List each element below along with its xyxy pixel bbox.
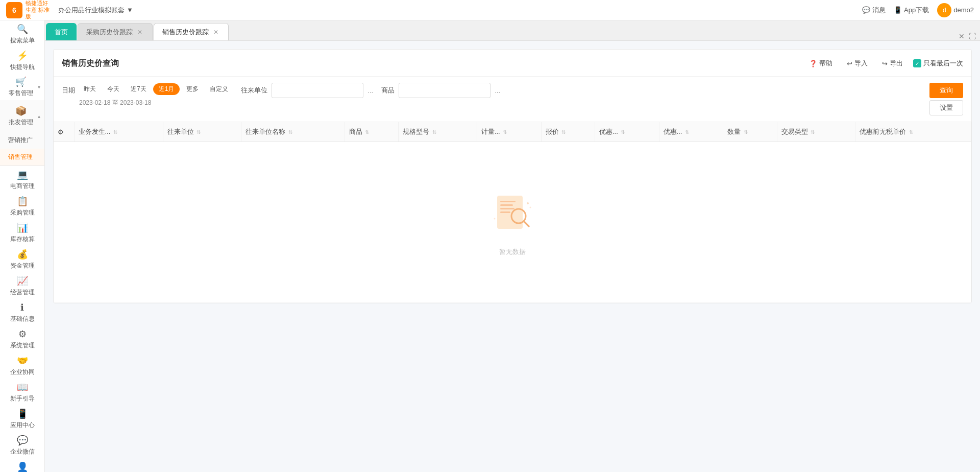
close-all-icon[interactable]: ✕ [959,32,965,40]
header-left: 6 畅捷通好生意 标准版 办公用品行业模拟账套 ▼ [6,0,137,20]
th-settings[interactable]: ⚙ [54,122,74,142]
only-last-checkbox[interactable]: ✓ 只看最后一次 [913,59,963,68]
filter-btn-today[interactable]: 今天 [103,83,124,96]
sidebar-item-finance[interactable]: 💰 资金管理 [0,246,44,272]
sidebar-item-retail[interactable]: 🛒 零售管理 ▾ [0,74,44,100]
counterparty-input[interactable] [272,83,363,98]
help-label: 帮助 [819,59,832,68]
sort-icon-quantity: ⇅ [744,129,748,135]
sidebar-item-purchase[interactable]: 📋 采购管理 [0,193,44,219]
purchase-icon: 📋 [17,196,28,207]
tab-bar: 首页 采购历史价跟踪 ✕ 销售历史价跟踪 ✕ ✕ ⛶ [45,20,980,41]
sidebar-item-label: 零售管理 [9,89,33,98]
counterparty-filter-group: 往来单位 ... [241,83,373,98]
svg-rect-2 [500,204,513,206]
sidebar-item-basic-info[interactable]: ℹ 基础信息 [0,299,44,325]
sidebar-item-enterprise-collab[interactable]: 🤝 企业协同 [0,352,44,379]
sidebar-item-enterprise-wechat[interactable]: 💬 企业微信 [0,432,44,458]
import-button[interactable]: ↩ 导入 [843,57,872,70]
sidebar-item-label: 企业微信 [10,447,35,456]
user-profile[interactable]: d demo2 [937,3,974,17]
th-counterparty[interactable]: 往来单位 ⇅ [163,122,241,142]
purchase-history-tab-close[interactable]: ✕ [136,28,144,36]
sidebar-item-inventory[interactable]: 📊 库存核算 [0,219,44,246]
tab-purchase-history[interactable]: 采购历史价跟踪 ✕ [78,23,153,40]
sidebar-item-new-guide[interactable]: 📖 新手引导 [0,379,44,405]
th-trade-type[interactable]: 交易类型 ⇅ [777,122,855,142]
date-filter-label: 日期 [62,83,75,95]
th-spec[interactable]: 规格型号 ⇅ [399,122,477,142]
message-button[interactable]: 💬 消息 [862,6,886,15]
app-selector-text: 办公用品行业模拟账套 [58,6,125,15]
th-biz-date[interactable]: 业务发生... ⇅ [74,122,163,142]
sort-icon-counterparty-name: ⇅ [288,129,292,135]
page-content: 销售历史价查询 ❓ 帮助 ↩ 导入 ↪ 导出 [45,41,980,472]
page-actions: ❓ 帮助 ↩ 导入 ↪ 导出 ✓ 只看最后一次 [805,57,963,70]
sidebar-item-label: 批发管理 [9,118,33,127]
system-icon: ⚙ [18,328,27,340]
th-discount1[interactable]: 优惠... ⇅ [595,122,659,142]
app-download-icon: 📱 [894,6,902,14]
inventory-icon: 📊 [17,222,28,233]
basic-info-icon: ℹ [20,302,24,313]
th-quote[interactable]: 报价 ⇅ [541,122,595,142]
sales-history-tab-close[interactable]: ✕ [212,28,220,36]
sidebar-item-quick-nav[interactable]: ⚡ 快捷导航 [0,47,44,74]
sidebar-item-label: 搜索菜单 [10,36,35,45]
export-button[interactable]: ↪ 导出 [878,57,907,70]
message-icon: 💬 [862,6,870,14]
sidebar-item-label: 企业协同 [10,368,35,376]
svg-point-7 [527,202,529,204]
retail-arrow-icon: ▾ [38,84,40,90]
maximize-icon[interactable]: ⛶ [969,32,976,40]
sidebar-item-search-menu[interactable]: 🔍 搜索菜单 [0,20,44,47]
svg-rect-3 [500,208,514,209]
sidebar-item-system[interactable]: ⚙ 系统管理 [0,325,44,352]
th-discount2[interactable]: 优惠... ⇅ [659,122,723,142]
empty-state-cell: 暂无数据 [54,142,971,303]
sidebar-sub-sales-mgmt[interactable]: 销售管理 [0,149,44,166]
sidebar-item-operations[interactable]: 📈 经营管理 [0,272,44,299]
th-counterparty-name[interactable]: 往来单位名称 ⇅ [241,122,345,142]
app-selector[interactable]: 办公用品行业模拟账套 ▼ [54,4,137,17]
app-center-icon: 📱 [17,408,28,419]
tab-home[interactable]: 首页 [46,23,77,40]
filter-btn-more[interactable]: 更多 [182,83,203,96]
sort-icon-discount2: ⇅ [685,129,689,135]
query-button[interactable]: 查询 [929,83,963,98]
filter-btn-yesterday[interactable]: 昨天 [79,83,101,96]
sidebar-item-app-center[interactable]: 📱 应用中心 [0,405,44,432]
goods-input[interactable] [399,83,491,98]
wholesale-arrow-icon: ▴ [38,113,40,119]
th-unit[interactable]: 计量... ⇅ [477,122,541,142]
tab-sales-history[interactable]: 销售历史价跟踪 ✕ [154,23,229,40]
sidebar-item-label: 基础信息 [10,315,35,323]
filter-btn-custom[interactable]: 自定义 [205,83,233,96]
sidebar-item-wholesale[interactable]: 📦 批发管理 ▴ [0,100,44,132]
sidebar-item-member[interactable]: 👤 畅会员 [0,458,44,472]
filter-btn-1month[interactable]: 近1月 [153,83,180,95]
goods-ellipsis[interactable]: ... [495,87,500,95]
sidebar-item-ecommerce[interactable]: 💻 电商管理 [0,166,44,193]
new-guide-icon: 📖 [17,382,28,393]
th-pre-discount-price[interactable]: 优惠前无税单价 ⇅ [855,122,971,142]
purchase-history-tab-label: 采购历史价跟踪 [86,28,133,37]
ecommerce-icon: 💻 [17,169,28,180]
th-goods[interactable]: 商品 ⇅ [345,122,398,142]
svg-point-9 [494,218,495,220]
settings-button[interactable]: 设置 [929,100,963,115]
filter-area: 日期 昨天 今天 近7天 近1月 更多 自定义 2023-02-18 至 202… [54,77,971,122]
filter-right-actions: 查询 设置 [929,83,963,115]
counterparty-ellipsis[interactable]: ... [368,87,373,95]
sort-icon-quote: ⇅ [561,129,566,135]
finance-icon: 💰 [17,249,28,260]
data-table: ⚙ 业务发生... ⇅ 往来单位 ⇅ 往来单位名称 [54,122,971,303]
th-quantity[interactable]: 数量 ⇅ [723,122,777,142]
svg-rect-4 [500,211,510,213]
help-button[interactable]: ❓ 帮助 [805,57,837,70]
app-download-button[interactable]: 📱 App下载 [894,6,929,15]
sort-icon-biz-date: ⇅ [113,129,117,135]
sidebar-sub-marketing[interactable]: 营销推广 [0,132,44,149]
filter-btn-7days[interactable]: 近7天 [126,83,151,96]
only-last-label: 只看最后一次 [923,59,963,68]
